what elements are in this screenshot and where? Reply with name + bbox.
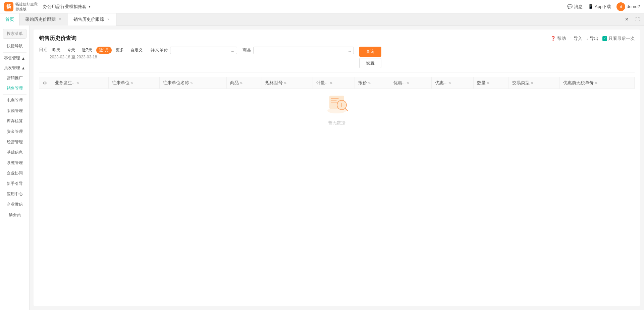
sidebar-item-member[interactable]: 畅会员 xyxy=(0,210,29,220)
sidebar-item-wholesale[interactable]: 批发管理 ▲ xyxy=(0,63,29,73)
sidebar-item-finance[interactable]: 资金管理 xyxy=(0,126,29,137)
sidebar-item-guide[interactable]: 新手引导 xyxy=(0,178,29,189)
data-table: ⚙ 业务发生...⇅ 往来单位⇅ 往来单位名称⇅ xyxy=(39,77,635,89)
goods-label: 商品 xyxy=(243,47,251,53)
sidebar-item-enterprise[interactable]: 企业协同 xyxy=(0,168,29,178)
app-download-button[interactable]: 📱 App下载 xyxy=(588,4,611,10)
table-col-counterpart-name[interactable]: 往来单位名称⇅ xyxy=(160,77,226,89)
export-icon: ↓ xyxy=(586,36,589,41)
counterpart-input-dots: ... xyxy=(231,48,234,53)
query-button[interactable]: 查询 xyxy=(359,47,381,57)
page-container: 销售历史价查询 ❓ 帮助 ↑ 导入 ↓ 导出 xyxy=(30,25,644,310)
sidebar-item-wechat[interactable]: 企业微信 xyxy=(0,199,29,210)
table-col-gear[interactable]: ⚙ xyxy=(39,77,51,89)
setting-button[interactable]: 设置 xyxy=(359,58,381,68)
svg-rect-4 xyxy=(331,102,337,103)
table-col-quoted-price[interactable]: 报价⇅ xyxy=(355,77,390,89)
goods-input-dots: ... xyxy=(347,48,351,53)
sidebar-item-retail[interactable]: 零售管理 ▲ xyxy=(0,53,29,63)
logo-area: 畅 畅捷信好生意 标准版 xyxy=(4,2,38,11)
sort-icon-pretax-price: ⇅ xyxy=(595,81,597,85)
page-actions: ❓ 帮助 ↑ 导入 ↓ 导出 ✓ 只看最后一次 xyxy=(550,36,635,42)
sidebar-item-ecommerce[interactable]: 电商管理 xyxy=(0,95,29,106)
only-last-checkbox-group: ✓ 只看最后一次 xyxy=(602,36,635,42)
table-col-unit[interactable]: 计量...⇅ xyxy=(313,77,355,89)
date-option-more[interactable]: 更多 xyxy=(113,47,126,54)
workspace-chevron-icon: ▼ xyxy=(88,5,91,8)
sidebar-divider-2 xyxy=(3,94,26,95)
date-filter-group: 日期 昨天 今天 近7天 近1月 更多 自定义 2023-02-18 至 202… xyxy=(39,47,145,60)
avatar: d xyxy=(616,2,625,11)
date-option-custom[interactable]: 自定义 xyxy=(128,47,145,54)
page-header: 销售历史价查询 ❓ 帮助 ↑ 导入 ↓ 导出 xyxy=(39,35,635,42)
top-bar-left: 畅 畅捷信好生意 标准版 办公用品行业模拟账套 ▼ xyxy=(4,2,94,11)
table-col-trade-type[interactable]: 交易类型⇅ xyxy=(509,77,560,89)
help-button[interactable]: ❓ 帮助 xyxy=(550,36,566,42)
import-button[interactable]: ↑ 导入 xyxy=(570,36,582,42)
goods-input[interactable]: ... xyxy=(253,47,354,54)
table-col-spec[interactable]: 规格型号⇅ xyxy=(262,77,313,89)
gear-icon: ⚙ xyxy=(43,81,47,86)
sidebar-item-basic-info[interactable]: 基础信息 xyxy=(0,147,29,158)
sidebar-item-operations[interactable]: 经营管理 xyxy=(0,137,29,147)
sidebar-item-purchase[interactable]: 采购管理 xyxy=(0,106,29,116)
sort-icon-counterpart-code: ⇅ xyxy=(130,81,133,85)
sidebar-item-system[interactable]: 系统管理 xyxy=(0,158,29,168)
sort-icon-discount1: ⇅ xyxy=(407,81,409,85)
sort-icon-discount2: ⇅ xyxy=(448,81,451,85)
counterpart-input[interactable]: ... xyxy=(170,47,237,54)
filter-buttons: 查询 设置 xyxy=(359,47,381,68)
table-col-discount2[interactable]: 优惠...⇅ xyxy=(432,77,474,89)
table-col-counterpart-code[interactable]: 往来单位⇅ xyxy=(109,77,160,89)
svg-rect-2 xyxy=(331,98,339,99)
top-bar-right: 💬 消息 📱 App下载 d demo2 xyxy=(567,2,640,11)
tab-bar: 首页 采购历史价跟踪 × 销售历史价跟踪 × ✕ ⛶ xyxy=(0,13,644,25)
sort-icon-biz-date: ⇅ xyxy=(76,81,79,85)
tab-sales-close-icon[interactable]: × xyxy=(106,17,111,22)
mobile-icon: 📱 xyxy=(588,4,593,9)
sidebar-item-marketing[interactable]: 营销推广 xyxy=(0,73,29,83)
table-col-quantity[interactable]: 数量⇅ xyxy=(473,77,508,89)
filter-area: 日期 昨天 今天 近7天 近1月 更多 自定义 2023-02-18 至 202… xyxy=(39,47,635,72)
fullscreen-button[interactable]: ⛶ xyxy=(633,15,641,23)
tab-purchase-close-icon[interactable]: × xyxy=(58,17,62,22)
date-option-7days[interactable]: 近7天 xyxy=(79,47,95,54)
sidebar-item-inventory[interactable]: 库存核算 xyxy=(0,116,29,126)
sort-icon-spec: ⇅ xyxy=(284,81,286,85)
export-button[interactable]: ↓ 导出 xyxy=(586,36,599,42)
sidebar-item-appstore[interactable]: 应用中心 xyxy=(0,189,29,199)
table-col-goods[interactable]: 商品⇅ xyxy=(226,77,262,89)
date-option-1month[interactable]: 近1月 xyxy=(96,47,112,54)
sort-icon-counterpart-name: ⇅ xyxy=(190,81,193,85)
only-last-checkbox[interactable]: ✓ xyxy=(602,36,607,41)
content-area: 销售历史价查询 ❓ 帮助 ↑ 导入 ↓ 导出 xyxy=(30,25,644,310)
sidebar-item-sales-management[interactable]: 销售管理 xyxy=(0,83,29,94)
date-label: 日期 xyxy=(39,47,48,53)
sort-icon-goods: ⇅ xyxy=(240,81,243,85)
tab-purchase-history[interactable]: 采购历史价跟踪 × xyxy=(20,13,68,25)
retail-arrow-icon: ▲ xyxy=(21,56,25,61)
main-layout: 搜索菜单 快捷导航 零售管理 ▲ 批发管理 ▲ 营销推广 销售管理 电商管理 采… xyxy=(0,25,644,310)
help-icon: ❓ xyxy=(550,36,556,41)
sidebar-item-quick-nav[interactable]: 快捷导航 xyxy=(0,41,29,52)
table-col-discount1[interactable]: 优惠...⇅ xyxy=(390,77,432,89)
date-option-today[interactable]: 今天 xyxy=(64,47,78,54)
date-options: 昨天 今天 近7天 近1月 更多 自定义 xyxy=(50,47,145,54)
workspace-selector[interactable]: 办公用品行业模拟账套 ▼ xyxy=(40,2,94,11)
tab-sales-history[interactable]: 销售历史价跟踪 × xyxy=(68,13,116,25)
message-button[interactable]: 💬 消息 xyxy=(567,4,583,10)
svg-rect-3 xyxy=(331,100,337,101)
table-col-biz-date[interactable]: 业务发生...⇅ xyxy=(51,77,109,89)
table-header-row: ⚙ 业务发生...⇅ 往来单位⇅ 往来单位名称⇅ xyxy=(39,77,635,89)
table-col-pretax-price[interactable]: 优惠前无税单价⇅ xyxy=(560,77,635,89)
sort-icon-unit: ⇅ xyxy=(330,81,332,85)
message-icon: 💬 xyxy=(567,4,573,9)
page-title: 销售历史价查询 xyxy=(39,35,76,42)
search-menu-button[interactable]: 搜索菜单 xyxy=(3,29,26,39)
user-menu[interactable]: d demo2 xyxy=(616,2,640,11)
close-all-tabs-button[interactable]: ✕ xyxy=(623,15,631,23)
tab-home[interactable]: 首页 xyxy=(0,13,20,25)
sidebar: 搜索菜单 快捷导航 零售管理 ▲ 批发管理 ▲ 营销推广 销售管理 电商管理 采… xyxy=(0,25,30,310)
top-bar: 畅 畅捷信好生意 标准版 办公用品行业模拟账套 ▼ 💬 消息 📱 App下载 d… xyxy=(0,0,644,13)
date-option-yesterday[interactable]: 昨天 xyxy=(50,47,63,54)
